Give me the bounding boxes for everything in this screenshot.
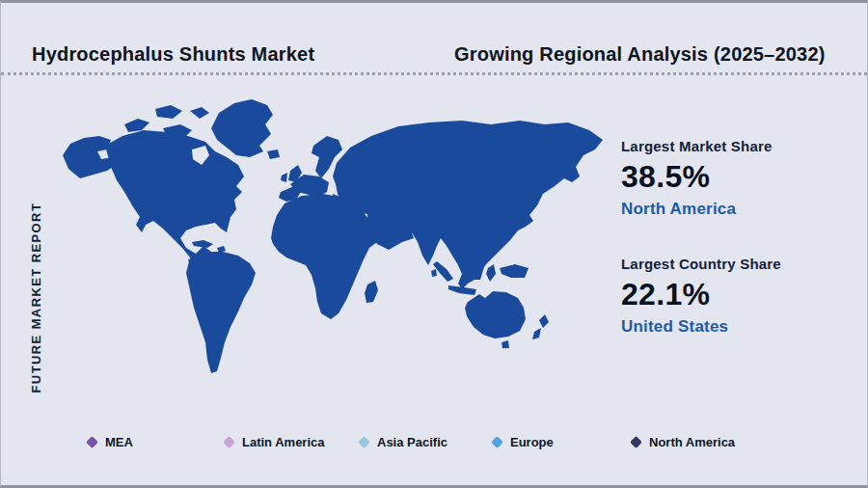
legend: MEA Latin America Asia Pacific Europe No… (1, 432, 867, 451)
stat-label: Largest Market Share (621, 138, 857, 154)
arctic-island (155, 105, 182, 119)
south-america (186, 252, 256, 373)
legend-item-europe: Europe (493, 432, 554, 451)
caribbean-island (217, 246, 226, 253)
stat-label: Largest Country Share (621, 256, 857, 272)
legend-item-north-america: North America (632, 432, 735, 451)
ireland (281, 173, 287, 182)
stat-block-country-share: Largest Country Share 22.1% United State… (621, 256, 857, 337)
new-guinea (500, 264, 529, 278)
infographic-card: Hydrocephalus Shunts Market Growing Regi… (0, 0, 868, 488)
sulawesi (486, 264, 496, 282)
new-zealand (532, 328, 541, 339)
legend-marker-diamond (491, 436, 503, 448)
stat-region: United States (621, 317, 857, 337)
legend-label: MEA (105, 435, 133, 449)
tasmania (502, 340, 509, 348)
brand-watermark: FUTURE MARKET REPORT (29, 230, 43, 393)
stat-region: North America (621, 200, 857, 219)
legend-label: North America (649, 435, 735, 449)
world-map (49, 95, 628, 385)
new-zealand (539, 314, 549, 328)
australia (465, 291, 526, 339)
page-subtitle: Growing Regional Analysis (2025–2032) (454, 43, 826, 66)
legend-marker-diamond (86, 436, 98, 448)
stat-value: 22.1% (621, 279, 857, 312)
dotted-separator (1, 72, 867, 75)
legend-marker-diamond (223, 436, 235, 448)
legend-item-latin-america: Latin America (225, 432, 325, 451)
stat-block-market-share: Largest Market Share 38.5% North America (621, 138, 857, 219)
legend-item-asia-pacific: Asia Pacific (360, 432, 448, 451)
legend-marker-diamond (630, 436, 642, 448)
madagascar (365, 281, 378, 303)
greenland (211, 99, 273, 157)
sri-lanka (431, 269, 437, 277)
legend-item-mea: MEA (88, 432, 133, 451)
arctic-island (190, 107, 209, 119)
caribbean-island (192, 240, 213, 248)
legend-label: Europe (510, 435, 554, 449)
iceland (267, 149, 280, 159)
arctic-island (124, 119, 149, 132)
page-title: Hydrocephalus Shunts Market (32, 43, 314, 66)
north-america (105, 130, 244, 273)
legend-label: Latin America (242, 435, 325, 449)
legend-label: Asia Pacific (377, 435, 448, 449)
world-map-land (63, 99, 603, 373)
legend-marker-diamond (358, 436, 370, 448)
stat-value: 38.5% (621, 161, 857, 194)
